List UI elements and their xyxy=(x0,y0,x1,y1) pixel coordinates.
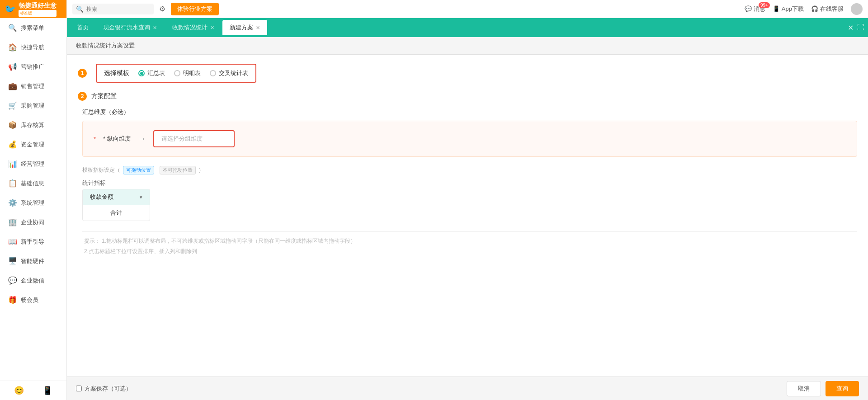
sidebar-item-label: 搜索菜单 xyxy=(21,24,44,32)
search-input[interactable] xyxy=(86,6,141,12)
sidebar-bottom-icon1[interactable]: 😊 xyxy=(14,386,24,395)
step2-label: 方案配置 xyxy=(91,92,117,100)
tab-cashflow[interactable]: 现金银行流水查询 ✕ xyxy=(96,20,164,35)
radio-cross[interactable]: 交叉统计表 xyxy=(210,69,248,77)
sidebar-item-member[interactable]: 🎁 畅会员 xyxy=(0,290,66,310)
window-maximize-icon[interactable]: ⛶ xyxy=(857,24,864,32)
draggable-tag: 可拖动位置 xyxy=(123,166,154,174)
tab-home[interactable]: 首页 xyxy=(71,20,95,35)
tab-new-plan-close[interactable]: ✕ xyxy=(256,25,260,31)
member-icon: 🎁 xyxy=(8,296,17,304)
config-section: 汇总维度（必选） * * 纵向维度 → 请选择分组维度 模板指标设定（ xyxy=(82,108,857,264)
sidebar-bottom-icon2[interactable]: 📱 xyxy=(42,386,52,395)
user-avatar[interactable] xyxy=(851,3,863,15)
step1-label: 选择模板 xyxy=(104,69,129,77)
form-container: 1 选择模板 汇总表 明细表 xyxy=(67,55,868,376)
radio-cross-circle xyxy=(210,70,216,76)
dimension-select[interactable]: 请选择分组维度 xyxy=(153,130,235,147)
support-btn[interactable]: 🎧 在线客服 xyxy=(811,5,844,13)
logo-badge: 标准版 xyxy=(19,10,57,17)
metrics-table-container: 统计指标 收款金额 ▾ 合计 xyxy=(82,179,857,222)
wechat-icon: 💬 xyxy=(8,276,17,285)
sidebar-item-finance[interactable]: 💰 资金管理 xyxy=(0,135,66,154)
sidebar-item-system[interactable]: ⚙️ 系统管理 xyxy=(0,193,66,212)
radio-summary-label: 汇总表 xyxy=(147,69,165,77)
industry-btn[interactable]: 体验行业方案 xyxy=(171,3,219,15)
tips-section: 提示： 1.拖动标题栏可以调整布局，不可跨维度或指标区域拖动同字段（只能在同一维… xyxy=(82,231,857,264)
sidebar-item-wechat[interactable]: 💬 企业微信 xyxy=(0,271,66,290)
metrics-col-total: 合计 xyxy=(83,205,150,221)
tab-receipts[interactable]: 收款情况统计 ✕ xyxy=(165,20,222,35)
sidebar-item-label: 畅会员 xyxy=(21,296,38,304)
nav-right-icons: ✕ ⛶ xyxy=(848,24,864,32)
sidebar-item-enterprise[interactable]: 🏢 企业协同 xyxy=(0,212,66,232)
tip-2: 2.点击标题栏下拉可设置排序、插入列和删除列 xyxy=(82,248,857,255)
enterprise-icon: 🏢 xyxy=(8,218,17,226)
topbar-right: 💬 消息 99+ 📱 App下载 🎧 在线客服 xyxy=(745,3,863,15)
sidebar-item-label: 资金管理 xyxy=(21,141,44,149)
sidebar-item-label: 销售管理 xyxy=(21,82,44,90)
support-label: 在线客服 xyxy=(820,5,844,13)
template-selection-box: 选择模板 汇总表 明细表 xyxy=(96,64,256,83)
logo-icon: 🐦 xyxy=(5,4,16,14)
sidebar-item-sales[interactable]: 💼 销售管理 xyxy=(0,76,66,96)
window-close-icon[interactable]: ✕ xyxy=(848,24,854,32)
non-draggable-tag: 不可拖动位置 xyxy=(160,166,196,174)
sidebar-item-hardware[interactable]: 🖥️ 智能硬件 xyxy=(0,251,66,271)
support-icon: 🎧 xyxy=(811,5,818,12)
settings-icon[interactable]: ⚙ xyxy=(159,5,165,13)
sidebar-item-label: 企业微信 xyxy=(21,277,44,285)
sidebar-item-purchase[interactable]: 🛒 采购管理 xyxy=(0,96,66,115)
sidebar-item-operation[interactable]: 📊 经营管理 xyxy=(0,154,66,174)
tab-receipts-label: 收款情况统计 xyxy=(172,24,208,32)
dimension-area: * * 纵向维度 → 请选择分组维度 xyxy=(82,121,857,157)
download-icon: 📱 xyxy=(773,5,780,12)
sales-icon: 💼 xyxy=(8,82,17,90)
metrics-col-header[interactable]: 收款金额 ▾ xyxy=(83,189,150,205)
sidebar-item-label: 企业协同 xyxy=(21,218,44,226)
query-button[interactable]: 查询 xyxy=(826,381,859,396)
vertical-label: * 纵向维度 xyxy=(103,135,131,143)
radio-detail-circle xyxy=(174,70,180,76)
sidebar-item-search[interactable]: 🔍 搜索菜单 xyxy=(0,18,66,38)
sidebar-item-label: 营销推广 xyxy=(21,63,44,71)
guide-icon: 📖 xyxy=(8,237,17,246)
step2-num: 2 xyxy=(78,92,87,101)
tab-new-plan[interactable]: 新建方案 ✕ xyxy=(222,20,267,35)
dimension-row: * * 纵向维度 → 请选择分组维度 xyxy=(94,130,846,147)
dimension-config-label: 汇总维度（必选） xyxy=(82,108,857,116)
tip-1: 提示： 1.拖动标题栏可以调整布局，不可跨维度或指标区域拖动同字段（只能在同一维… xyxy=(82,237,857,245)
sidebar-item-label: 新手引导 xyxy=(21,238,44,246)
required-marker: * xyxy=(94,136,96,142)
search-icon: 🔍 xyxy=(76,5,84,13)
system-icon: ⚙️ xyxy=(8,198,17,207)
sidebar-item-home[interactable]: 🏠 快捷导航 xyxy=(0,38,66,57)
sidebar-item-inventory[interactable]: 📦 库存核算 xyxy=(0,115,66,135)
save-checkbox[interactable] xyxy=(76,386,82,391)
download-btn[interactable]: 📱 App下载 xyxy=(773,5,804,13)
save-checkbox-label[interactable]: 方案保存（可选） xyxy=(76,385,132,393)
sidebar-item-label: 采购管理 xyxy=(21,102,44,110)
radio-summary[interactable]: 汇总表 xyxy=(138,69,165,77)
step2-section: 2 方案配置 汇总维度（必选） * * 纵向维度 → 请选择分组维度 xyxy=(78,92,857,264)
finance-icon: 💰 xyxy=(8,140,17,149)
tab-cashflow-close[interactable]: ✕ xyxy=(153,25,157,31)
inventory-icon: 📦 xyxy=(8,121,17,129)
tab-receipts-close[interactable]: ✕ xyxy=(210,25,214,31)
radio-detail[interactable]: 明细表 xyxy=(174,69,201,77)
sidebar-item-guide[interactable]: 📖 新手引导 xyxy=(0,232,66,251)
tab-new-plan-label: 新建方案 xyxy=(230,24,253,32)
search-icon: 🔍 xyxy=(8,24,17,32)
metrics-col-header-label: 收款金额 xyxy=(90,193,113,201)
marketing-icon: 📢 xyxy=(8,62,17,71)
sidebar-item-basic[interactable]: 📋 基础信息 xyxy=(0,174,66,193)
statistics-label: 统计指标 xyxy=(82,179,150,187)
content-area: 收款情况统计方案设置 1 选择模板 汇总表 xyxy=(67,37,868,376)
cancel-button[interactable]: 取消 xyxy=(787,381,821,396)
sidebar-bottom: 😊 📱 xyxy=(0,381,66,400)
metrics-hint: 模板指标设定（ 可拖动位置 不可拖动位置 ） xyxy=(82,166,857,174)
radio-cross-label: 交叉统计表 xyxy=(219,69,248,77)
sidebar-item-marketing[interactable]: 📢 营销推广 xyxy=(0,57,66,76)
topbar: 🔍 ⚙ 体验行业方案 💬 消息 99+ 📱 App下载 🎧 在线客服 xyxy=(67,0,868,18)
notification-btn[interactable]: 💬 消息 99+ xyxy=(745,5,765,13)
